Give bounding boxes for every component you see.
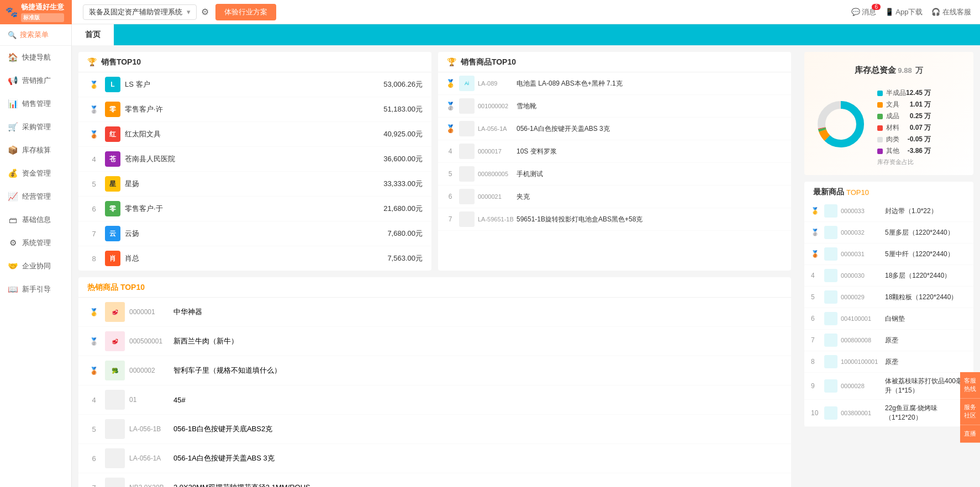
rank-num: 4	[445, 147, 456, 155]
medal-icon: 🥉	[87, 367, 101, 375]
table-row: 4 苍 苍南县人民医院 36,600.00元	[78, 147, 431, 172]
top-customers-panel: 🏆 销售TOP10 🥇 L LS 客户 53,006.26元	[78, 52, 431, 271]
sold-products-panel: 🏆 销售商品TOP10 🥇 Ai LA-089 电池盖 LA-089 ABS本色…	[438, 52, 791, 271]
logo-badge: 标准版	[21, 13, 64, 22]
list-item: 6 0000021 夹克	[438, 186, 791, 208]
sidebar-item-label: 营销推广	[22, 76, 51, 86]
system-selector[interactable]: 装备及固定资产辅助管理系统 ▾	[83, 4, 197, 20]
sidebar-item-collab[interactable]: 🤝 企业协同	[0, 255, 71, 278]
app-download-button[interactable]: 📱 App下载	[885, 7, 923, 17]
donut-chart-container: 半成品 12.45 万 文具 1.01 万 成品 0	[813, 82, 965, 166]
gear-icon[interactable]: ⚙	[201, 7, 209, 17]
sidebar-item-system[interactable]: ⚙ 系统管理	[0, 231, 71, 255]
list-item: 🥈 001000002 雪地靴	[438, 95, 791, 118]
medal-icon: 🥈	[811, 229, 821, 236]
product-code: LA-056-1A	[478, 125, 517, 132]
table-row: 5 星 星扬 33,333.00元	[78, 172, 431, 197]
product-name: 18颗粒板（1220*2440）	[885, 293, 967, 302]
product-name: 22g鱼豆腐·烧烤味（1*12*20）	[885, 404, 967, 422]
product-code: 0000002	[129, 367, 173, 374]
product-name: 056-1B白色按键开关底ABS2克	[173, 424, 272, 434]
content-body: 🏆 销售TOP10 🥇 L LS 客户 53,006.26元	[72, 45, 980, 487]
sidebar-item-marketing[interactable]: 📢 营销推广	[0, 69, 71, 92]
tab-home[interactable]: 首页	[72, 24, 114, 45]
customer-amount: 7,680.00元	[387, 229, 423, 239]
notification-button[interactable]: 💬 消息 6	[851, 7, 877, 17]
basic-info-icon: 🗃	[8, 215, 18, 225]
sidebar-item-label: 基础信息	[22, 215, 51, 225]
product-image: 🥦	[105, 361, 125, 380]
sidebar-item-inventory[interactable]: 📦 库存核算	[0, 139, 71, 162]
logo-icon: 🐾	[6, 6, 18, 18]
product-name: 电池盖 LA-089 ABS本色+黑种 7.1克	[517, 79, 784, 88]
sidebar-item-label: 企业协同	[22, 261, 51, 271]
trial-button[interactable]: 体验行业方案	[215, 4, 276, 20]
product-name: 18多层（1220*2440）	[885, 271, 967, 280]
product-name: 45#	[173, 396, 186, 404]
list-item: 🥇 🥩 0000001 中华神器	[78, 298, 791, 327]
product-thumb	[824, 290, 837, 304]
customer-badge: 星	[105, 176, 120, 192]
product-name: 雪地靴	[517, 102, 784, 111]
list-item: 🥈 🥩 000500001 新西兰牛肉（新牛）	[78, 327, 791, 356]
customer-name: 星扬	[125, 179, 383, 189]
legend-item: 肉类 -0.05 万	[877, 135, 931, 144]
legend-dot	[877, 125, 883, 131]
phone-icon: 📱	[885, 8, 894, 16]
legend-dot	[877, 91, 883, 96]
sidebar-search[interactable]: 🔍 搜索菜单	[0, 24, 71, 46]
sold-products-title: 🏆 销售商品TOP10	[447, 57, 516, 67]
product-code: 0000001	[129, 308, 173, 316]
main-panels: 🏆 销售TOP10 🥇 L LS 客户 53,006.26元	[72, 45, 798, 487]
product-thumb: Ai	[459, 76, 475, 91]
trophy-icon2: 🏆	[447, 57, 456, 66]
customer-amount: 33,333.00元	[383, 179, 423, 189]
product-thumb	[824, 247, 837, 261]
product-code: LA-056-1A	[129, 454, 173, 462]
product-name: 10S 变料罗浆	[517, 147, 784, 156]
list-item: 5 000800005 手机测试	[438, 163, 791, 186]
customer-badge: 云	[105, 226, 120, 241]
online-service-button[interactable]: 🎧 在线客服	[931, 7, 971, 17]
table-row: 🥈 零 零售客户·许 51,183.00元	[78, 97, 431, 122]
product-code: 0000032	[841, 229, 885, 236]
sidebar: 🔍 搜索菜单 🏠 快捷导航 📢 营销推广 📊 销售管理 🛒 采购管理 📦 库存核…	[0, 24, 72, 487]
product-image: 🥩	[105, 331, 125, 351]
notification-icon: 💬	[851, 8, 860, 16]
sidebar-item-guide[interactable]: 📖 新手引导	[0, 278, 71, 301]
sidebar-item-finance[interactable]: 💰 资金管理	[0, 162, 71, 185]
medal-icon: 🥇	[87, 308, 101, 316]
product-code: LA-59651-1B	[478, 216, 517, 223]
sidebar-item-sales[interactable]: 📊 销售管理	[0, 92, 71, 115]
legend-item: 其他 -3.86 万	[877, 146, 931, 156]
product-thumb	[824, 204, 837, 218]
cs-live-button[interactable]: 直播	[960, 425, 980, 443]
sidebar-item-purchase[interactable]: 🛒 采购管理	[0, 115, 71, 139]
customer-amount: 53,006.26元	[383, 80, 423, 89]
product-thumb	[459, 166, 475, 182]
legend-value: -3.86 万	[908, 146, 931, 156]
product-code: 0000028	[841, 383, 885, 389]
sidebar-item-basic-info[interactable]: 🗃 基础信息	[0, 208, 71, 231]
legend-item: 半成品 12.45 万	[877, 88, 931, 98]
product-thumb	[824, 406, 837, 420]
customer-badge: 肖	[105, 251, 120, 266]
rank-number: 5	[87, 425, 101, 433]
right-panel: 库存总资金 9.88 万	[798, 45, 980, 487]
rank-number: 7	[87, 484, 101, 488]
list-item: 7 LA-59651-1B 59651-1B旋转投影灯电池盒ABS黑色+58克	[438, 208, 791, 231]
top-customers-header: 🏆 销售TOP10	[78, 52, 431, 72]
cs-hotline-button[interactable]: 客服热线	[960, 372, 980, 399]
product-name: 手机测试	[517, 170, 784, 179]
sidebar-item-quicknav[interactable]: 🏠 快捷导航	[0, 46, 71, 69]
customer-name: LS 客户	[125, 80, 383, 89]
product-name: 体被荔枝味苏打饮品400毫升（1*15）	[885, 377, 967, 395]
cs-community-button[interactable]: 服务社区	[960, 399, 980, 425]
rank-number: 7	[87, 230, 101, 238]
logo: 🐾 畅捷通好生意 标准版	[0, 0, 72, 24]
customer-amount: 21,680.00元	[383, 204, 423, 214]
cs-panel: 客服热线 服务社区 直播	[960, 372, 980, 443]
table-row: 🥉 红 红太阳文具 40,925.00元	[78, 122, 431, 147]
headset-icon: 🎧	[931, 8, 940, 16]
sidebar-item-operations[interactable]: 📈 经营管理	[0, 185, 71, 208]
